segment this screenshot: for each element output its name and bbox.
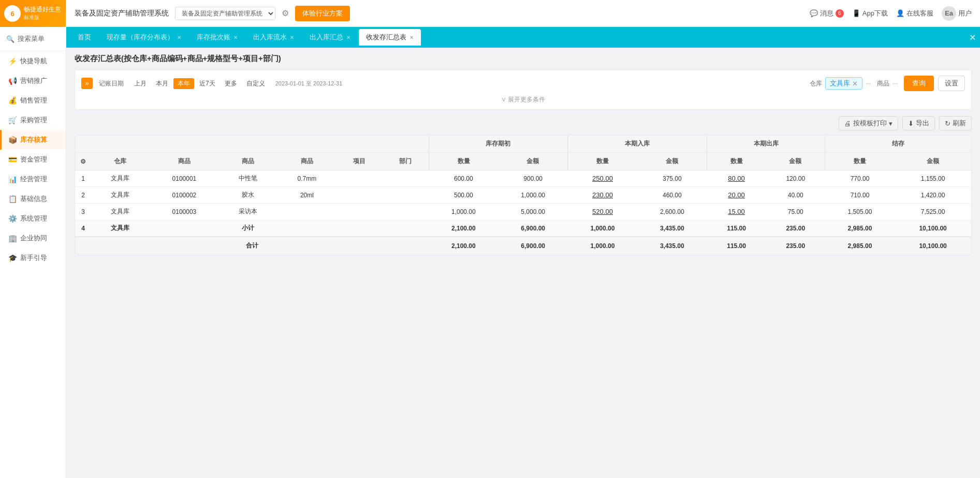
enterprise-icon: 🏢 [8,234,17,242]
warehouse-tag[interactable]: 文具库 ✕ [825,77,862,90]
dropdown-icon: ▾ [889,120,893,127]
tab-close-icon[interactable]: ✕ [409,35,414,40]
system-title: 装备及固定资产辅助管理系统 [75,9,169,18]
tab-in-out-summary[interactable]: 出入库汇总 ✕ [302,29,358,46]
row-in-qty[interactable]: 520.00 [568,204,637,220]
warehouse-filter: 仓库 文具库 ✕ ··· [810,77,871,90]
date-range: 2023-01-01 至 2023-12-31 [275,80,343,88]
col-warehouse: 仓库 [91,153,150,170]
warehouse-tag-close[interactable]: ✕ [852,80,858,88]
row-out-qty[interactable]: 20.00 [707,187,766,204]
sidebar-item-inventory[interactable]: 📦库存核算 [0,130,66,150]
col-dept: 部门 [383,153,429,170]
search-icon: 🔍 [6,35,14,43]
footer-open-qty: 2,100.00 [429,237,498,255]
refresh-button[interactable]: ↻ 刷新 [939,116,972,131]
date-btn-近7天[interactable]: 近7天 [195,78,220,89]
search-menu-button[interactable]: 🔍 搜索菜单 [4,31,62,47]
row-in-amt: 2,600.00 [637,204,707,220]
action-buttons: 查询 设置 [904,76,965,91]
row-in-qty[interactable]: 250.00 [568,170,637,187]
row-no: 3 [75,204,91,220]
product-more[interactable]: ··· [893,80,898,87]
row-out-qty[interactable]: 80.00 [707,170,766,187]
table-row: 3文具库0100003采访本1,000.005,000.00520.002,60… [75,204,971,220]
row-in-qty[interactable]: 230.00 [568,187,637,204]
sidebar-item-label: 采购管理 [20,115,47,125]
finance-icon: 💳 [8,155,17,164]
tab-close-icon[interactable]: ✕ [233,35,238,40]
row-warehouse: 文具库 [91,220,150,237]
tab-label: 现存量（库存分布表） [107,33,174,42]
sidebar-item-sales[interactable]: 💰销售管理 [0,91,66,110]
tabs-container: 首页现存量（库存分布表） ✕库存批次账 ✕出入库流水 ✕出入库汇总 ✕收发存汇总… [70,29,968,46]
filter-settings-button[interactable]: 设置 [938,76,965,91]
row-close-qty: 770.00 [825,170,895,187]
row-no: 4 [75,220,91,237]
base-info-icon: 📋 [8,195,17,203]
sidebar-item-finance[interactable]: 💳资金管理 [0,150,66,169]
main-content: 装备及固定资产辅助管理系统 装备及固定资产辅助管理系统 ⚙ 体验行业方案 💬 消… [66,0,980,478]
row-code [150,220,219,237]
row-name: 采访本 [219,204,277,220]
sidebar-item-label: 快捷导航 [20,56,47,66]
col-in-amt: 金额 [637,153,707,170]
guide-icon: 🎓 [8,254,17,262]
date-btn-自定义[interactable]: 自定义 [242,78,269,89]
row-out-qty[interactable]: 15.00 [707,204,766,220]
sidebar-item-operations[interactable]: 📊经营管理 [0,169,66,189]
product-filter: 商品 ··· [877,79,898,88]
sidebar-nav: ⚡快捷导航📢营销推广💰销售管理🛒采购管理📦库存核算💳资金管理📊经营管理📋基础信息… [0,51,66,478]
online-service-action[interactable]: 👤 在线客服 [896,9,933,18]
sidebar-search: 🔍 搜索菜单 [0,27,66,51]
close-all-tabs-button[interactable]: ✕ [969,33,976,42]
tab-close-icon[interactable]: ✕ [346,35,350,40]
sidebar-item-purchase[interactable]: 🛒采购管理 [0,110,66,130]
in-group-header: 本期入库 [568,135,707,153]
table-row: 1文具库0100001中性笔0.7mm600.00900.00250.00375… [75,170,971,187]
filter-toggle-button[interactable]: » [81,78,93,89]
date-btn-更多[interactable]: 更多 [221,78,241,89]
tab-recv-ship-summary[interactable]: 收发存汇总表 ✕ [359,29,421,46]
tab-batch-ledger[interactable]: 库存批次账 ✕ [189,29,245,46]
system-selector[interactable]: 装备及固定资产辅助管理系统 [175,7,275,20]
tab-close-icon[interactable]: ✕ [177,35,181,40]
topbar-right: 💬 消息 6 📱 App下载 👤 在线客服 Ea 用户 [810,6,972,21]
sidebar-item-quick-nav[interactable]: ⚡快捷导航 [0,51,66,71]
sidebar-item-guide[interactable]: 🎓新手引导 [0,248,66,268]
col-settings[interactable]: ⚙ [75,153,91,170]
expand-filter-button[interactable]: ∨ 展开更多条件 [501,95,545,104]
sidebar-item-system[interactable]: ⚙️系统管理 [0,209,66,228]
sidebar-item-enterprise[interactable]: 🏢企业协同 [0,228,66,248]
query-button[interactable]: 查询 [904,76,934,91]
export-button[interactable]: ⬇ 导出 [902,116,935,131]
warehouse-more[interactable]: ··· [866,80,871,87]
app-download-action[interactable]: 📱 App下载 [852,9,888,18]
sidebar-item-label: 营销推广 [20,76,47,85]
user-action[interactable]: Ea 用户 [942,6,972,21]
tab-label: 收发存汇总表 [366,33,406,42]
logo: 6 [4,5,21,22]
tab-inventory-dist[interactable]: 现存量（库存分布表） ✕ [99,29,188,46]
tab-in-out-flow[interactable]: 出入库流水 ✕ [246,29,301,46]
sidebar-item-marketing[interactable]: 📢营销推广 [0,71,66,91]
tab-close-icon[interactable]: ✕ [290,35,294,40]
date-btn-本月[interactable]: 本月 [152,78,172,89]
sidebar-item-label: 企业协同 [20,234,47,243]
date-btn-上月[interactable]: 上月 [130,78,151,89]
trial-button[interactable]: 体验行业方案 [295,6,350,21]
footer-out-qty: 115.00 [707,237,766,255]
message-action[interactable]: 💬 消息 6 [810,9,844,18]
tab-home[interactable]: 首页 [70,29,98,46]
row-project [337,187,383,204]
table-row: 2文具库0100002胶水20ml500.001,000.00230.00460… [75,187,971,204]
row-out-amt: 235.00 [766,220,825,237]
settings-icon[interactable]: ⚙ [282,8,289,18]
date-btn-本年[interactable]: 本年 [173,78,194,89]
sidebar-item-label: 资金管理 [20,155,47,164]
table-row: 4文具库小计2,100.006,900.001,000.003,435.0011… [75,220,971,237]
print-button[interactable]: 🖨 按模板打印 ▾ [839,116,898,131]
operations-icon: 📊 [8,175,17,183]
sidebar-item-base-info[interactable]: 📋基础信息 [0,189,66,209]
topbar-left: 装备及固定资产辅助管理系统 装备及固定资产辅助管理系统 ⚙ 体验行业方案 [75,6,350,21]
